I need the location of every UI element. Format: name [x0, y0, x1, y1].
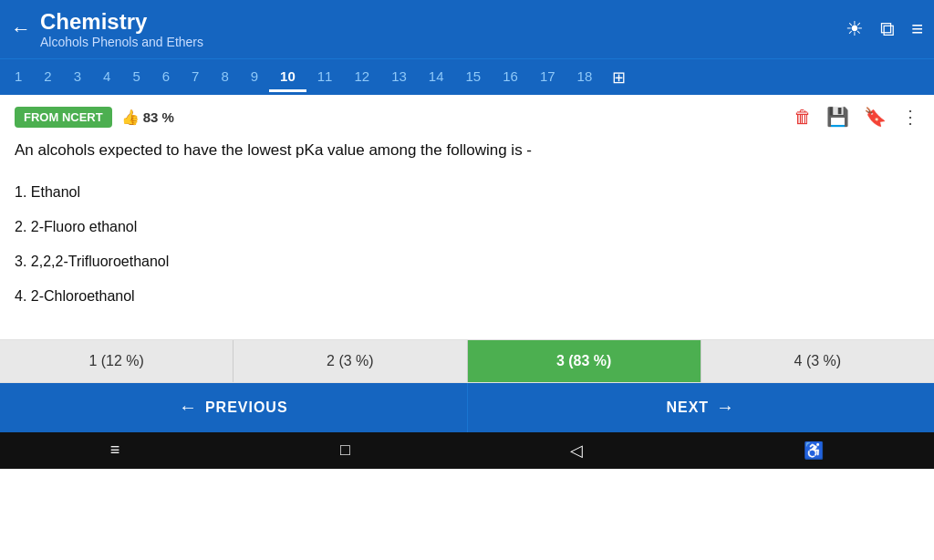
tab-item-2[interactable]: 2	[33, 63, 62, 92]
header-left: ← Chemistry Alcohols Phenols and Ethers	[11, 9, 203, 50]
tab-grid-icon[interactable]: ⊞	[603, 62, 635, 93]
previous-button[interactable]: ← PREVIOUS	[0, 383, 468, 432]
accuracy-block: 👍 83 %	[121, 109, 174, 126]
answer-button-1[interactable]: 1 (12 %)	[0, 340, 234, 382]
next-label: NEXT	[666, 399, 709, 416]
answer-button-4[interactable]: 4 (3 %)	[701, 340, 934, 382]
tab-item-14[interactable]: 14	[418, 63, 455, 92]
save-icon[interactable]: 💾	[826, 106, 849, 128]
prev-arrow-icon: ←	[179, 397, 198, 418]
next-arrow-icon: →	[716, 397, 735, 418]
system-accessibility-icon[interactable]: ♿	[804, 441, 824, 461]
tab-item-13[interactable]: 13	[380, 63, 418, 92]
from-ncert-badge: FROM NCERT	[15, 107, 112, 128]
system-bar: ≡ □ ◁ ♿	[0, 432, 934, 469]
tab-item-4[interactable]: 4	[92, 63, 121, 92]
option-item-1[interactable]: 1. Ethanol	[15, 175, 919, 210]
tab-item-6[interactable]: 6	[151, 63, 181, 92]
meta-bar: FROM NCERT 👍 83 % 🗑 💾 🔖 ⋮	[15, 106, 919, 128]
system-home-icon[interactable]: □	[340, 441, 350, 460]
tab-item-8[interactable]: 8	[210, 63, 239, 92]
answer-button-3[interactable]: 3 (83 %)	[468, 340, 701, 382]
answer-button-2[interactable]: 2 (3 %)	[234, 340, 467, 382]
back-button[interactable]: ←	[11, 17, 31, 41]
previous-label: PREVIOUS	[205, 399, 288, 416]
header-title-block: Chemistry Alcohols Phenols and Ethers	[40, 9, 203, 50]
thumb-icon: 👍	[121, 109, 140, 126]
tab-item-5[interactable]: 5	[121, 63, 150, 92]
meta-left: FROM NCERT 👍 83 %	[15, 107, 174, 128]
header: ← Chemistry Alcohols Phenols and Ethers …	[0, 0, 934, 58]
tab-item-17[interactable]: 17	[529, 63, 566, 92]
bottom-navigation: ← PREVIOUS NEXT →	[0, 383, 934, 432]
menu-icon[interactable]: ≡	[911, 17, 923, 41]
delete-icon[interactable]: 🗑	[794, 107, 812, 128]
option-item-2[interactable]: 2. 2-Fluoro ethanol	[15, 210, 919, 244]
tab-item-1[interactable]: 1	[4, 63, 33, 92]
header-subtitle: Alcohols Phenols and Ethers	[40, 35, 203, 49]
header-right: ☀ ⧉ ≡	[846, 17, 923, 41]
option-item-4[interactable]: 4. 2-Chloroethanol	[15, 279, 919, 314]
tab-item-11[interactable]: 11	[306, 63, 344, 92]
page-title: Chemistry	[40, 9, 203, 36]
system-back-icon[interactable]: ◁	[570, 441, 583, 461]
bookmark-action-icon[interactable]: 🔖	[864, 106, 887, 128]
meta-right: 🗑 💾 🔖 ⋮	[794, 106, 919, 128]
content-area: FROM NCERT 👍 83 % 🗑 💾 🔖 ⋮ An alcohols ex…	[0, 95, 934, 339]
tab-item-15[interactable]: 15	[455, 63, 493, 92]
question-text: An alcohols expected to have the lowest …	[15, 139, 919, 162]
option-item-3[interactable]: 3. 2,2,2-Trifluoroethanol	[15, 244, 919, 279]
tabs-bar: 123456789101112131415161718⊞	[0, 58, 934, 95]
tab-item-16[interactable]: 16	[492, 63, 529, 92]
tab-item-7[interactable]: 7	[181, 63, 210, 92]
brightness-icon[interactable]: ☀	[846, 17, 864, 41]
system-menu-icon[interactable]: ≡	[110, 441, 120, 460]
tab-item-10[interactable]: 10	[269, 63, 306, 92]
answer-buttons: 1 (12 %)2 (3 %)3 (83 %)4 (3 %)	[0, 339, 934, 383]
tab-item-18[interactable]: 18	[566, 63, 604, 92]
tab-item-12[interactable]: 12	[343, 63, 380, 92]
accuracy-value: 83 %	[143, 109, 174, 125]
bookmark-icon[interactable]: ⧉	[880, 17, 895, 41]
tab-item-9[interactable]: 9	[240, 63, 269, 92]
options-list: 1. Ethanol2. 2-Fluoro ethanol3. 2,2,2-Tr…	[15, 175, 919, 314]
next-button[interactable]: NEXT →	[468, 383, 935, 432]
tab-item-3[interactable]: 3	[63, 63, 92, 92]
more-options-icon[interactable]: ⋮	[901, 106, 919, 128]
